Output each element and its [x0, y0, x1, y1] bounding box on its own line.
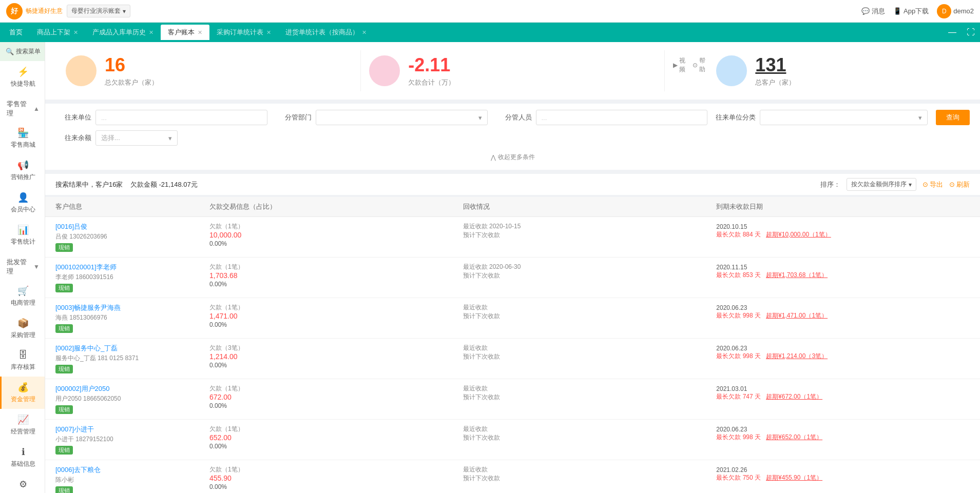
user-menu[interactable]: D demo2 — [937, 4, 974, 18]
overdue-amount-link[interactable]: 超期¥1,471.00（1笔） — [766, 312, 828, 319]
chevron-icon: ▼ — [33, 263, 40, 270]
export-button[interactable]: ⊙ 导出 — [923, 180, 943, 189]
debt-info-cell: 欠款（1笔） 10,000.00 0.00% — [209, 222, 463, 247]
collapse-button[interactable]: ⋀ 收起更多条件 — [491, 153, 535, 162]
tab-minimize-icon[interactable]: — — [945, 27, 959, 38]
overdue-amount-link[interactable]: 超期¥652.00（1笔） — [766, 433, 822, 441]
sidebar-item-inventory[interactable]: 🗄 库存核算 — [0, 345, 45, 377]
sidebar-item-operation[interactable]: 📈 经营管理 — [0, 409, 45, 441]
customer-name-link[interactable]: [000002]用户2050 — [55, 385, 110, 392]
help-icon: ⊙ — [693, 62, 698, 69]
overdue-amount-link[interactable]: 超期¥672.00（1笔） — [766, 393, 822, 400]
tab-controls: — ⛶ — [945, 27, 978, 38]
overdue-amount-link[interactable]: 超期¥1,703.68（1笔） — [766, 271, 828, 279]
debt-amount-icon — [369, 55, 400, 86]
from-unit-input[interactable]: ... — [95, 110, 267, 125]
customer-contact: 海燕 18513066976 — [55, 313, 209, 322]
tab-products[interactable]: 商品上下架 ✕ — [30, 25, 85, 40]
stat-card-total-customers: ▶ 视频 ⊙ 帮助 131 总 — [665, 50, 968, 91]
tab-purchase-stats[interactable]: 采购订单统计表 ✕ — [209, 25, 278, 40]
customer-contact: 李老师 18600391516 — [55, 273, 209, 282]
customer-contact: 小进干 18279152100 — [55, 435, 209, 444]
sidebar-item-ecommerce[interactable]: 🛒 电商管理 — [0, 280, 45, 312]
overdue-amount-link[interactable]: 超期¥10,000.00（1笔） — [766, 231, 831, 238]
col-overdue-date: 到期未收款日期 — [716, 202, 970, 211]
app-selector[interactable]: 母婴行业演示账套 ▾ — [67, 5, 130, 17]
customer-name-link[interactable]: [0003]畅捷服务尹海燕 — [55, 304, 121, 311]
customer-name-link[interactable]: [0001020001]李老师 — [55, 263, 117, 271]
purchase-icon: 📦 — [17, 318, 29, 329]
search-icon: 🔍 — [6, 48, 14, 55]
collapse-row: ⋀ 收起更多条件 — [55, 151, 970, 164]
customer-name-link[interactable]: [0016]吕俊 — [55, 223, 87, 230]
branch-person-input[interactable]: ... — [536, 110, 708, 125]
customer-contact: 陈小彬 — [55, 476, 209, 484]
branch-dept-select[interactable]: ▾ — [316, 110, 488, 125]
overdue-amount-link[interactable]: 超期¥1,214.00（3笔） — [766, 352, 828, 360]
total-customers-inner: 131 总客户（家） — [716, 54, 959, 87]
from-unit-balance-select[interactable]: 选择... ▾ — [95, 130, 178, 146]
basic-info-icon: ℹ — [22, 446, 25, 458]
chevron-down-icon: ▾ — [918, 114, 922, 122]
sidebar-item-purchase[interactable]: 📦 采购管理 — [0, 312, 45, 345]
total-customers-icon — [716, 55, 747, 86]
close-icon[interactable]: ✕ — [149, 29, 153, 36]
download-icon: 📱 — [893, 7, 901, 15]
stat-info-total-customers: 131 总客户（家） — [755, 54, 959, 87]
export-icon: ⊙ — [923, 181, 928, 188]
sidebar-item-retail-stats[interactable]: 📊 零售统计 — [0, 219, 45, 251]
sidebar-item-capital[interactable]: 💰 资金管理 — [0, 377, 45, 409]
sidebar-item-marketing[interactable]: 📢 营销推广 — [0, 154, 45, 187]
debt-customers-icon — [66, 55, 97, 86]
customer-name-link[interactable]: [0006]去下粮仓 — [55, 466, 101, 474]
tab-customer-account[interactable]: 客户账本 ✕ — [161, 25, 209, 40]
sidebar-item-retail-mall[interactable]: 🏪 零售商城 — [0, 122, 45, 154]
debt-customers-label: 总欠款客户（家） — [105, 78, 352, 87]
close-icon[interactable]: ✕ — [266, 29, 271, 36]
sidebar-item-batch-management[interactable]: 批发管理 ▼ — [0, 253, 45, 280]
sidebar-item-system[interactable]: ⚙ 系统管理 — [0, 474, 45, 493]
logo-icon: 好 — [6, 3, 23, 19]
sidebar-search[interactable]: 🔍 搜索菜单 — [0, 42, 45, 61]
overdue-amount-link[interactable]: 超期¥455.90（1笔） — [766, 474, 822, 481]
col-collection-status: 回收情况 — [463, 202, 717, 211]
overdue-cell: 2020.06.23 最长欠款 998 天 超期¥652.00（1笔） — [716, 425, 970, 442]
tab-maximize-icon[interactable]: ⛶ — [964, 27, 978, 38]
col-customer-info: 客户信息 — [55, 202, 209, 211]
sidebar-item-member[interactable]: 👤 会员中心 — [0, 187, 45, 219]
tab-bar: 首页 商品上下架 ✕ 产成品入库单历史 ✕ 客户账本 ✕ 采购订单统计表 ✕ 进… — [0, 23, 980, 42]
from-unit-category-select[interactable]: ▾ — [760, 110, 928, 125]
sidebar-item-basic-info[interactable]: ℹ 基础信息 — [0, 441, 45, 474]
chevron-down-icon: ▾ — [168, 134, 172, 142]
debt-amount-label: 欠款合计（万） — [408, 78, 656, 87]
tab-instock-stats[interactable]: 进货单统计表（按商品） ✕ — [278, 25, 374, 40]
close-icon[interactable]: ✕ — [198, 29, 202, 36]
close-icon[interactable]: ✕ — [362, 29, 367, 36]
customer-name-link[interactable]: [0007]小进干 — [55, 425, 94, 433]
sidebar-item-retail-management[interactable]: 零售管理 ▲ — [0, 95, 45, 122]
results-bar: 搜索结果中，客户16家 欠款金额 -21,148.07元 排序： 按欠款金额倒序… — [45, 174, 980, 195]
customer-info-cell: [0003]畅捷服务尹海燕 海燕 18513066976 现销 — [55, 303, 209, 333]
capital-icon: 💰 — [17, 382, 29, 393]
collection-cell: 最近收款 预计下次收款 — [463, 384, 717, 402]
customer-name-link[interactable]: [0002]服务中心_丁磊 — [55, 344, 118, 352]
inventory-icon: 🗄 — [18, 350, 28, 361]
content-area: 🔍 搜索菜单 ⚡ 快捷导航 零售管理 ▲ 🏪 零售商城 📢 营销推广 👤 — [0, 42, 980, 493]
help-link[interactable]: ⊙ 帮助 — [693, 56, 708, 74]
refresh-button[interactable]: ⊙ 刷新 — [949, 180, 970, 189]
refresh-icon: ⊙ — [949, 181, 955, 188]
overdue-cell: 2020.10.15 最长欠款 884 天 超期¥10,000.00（1笔） — [716, 222, 970, 239]
customer-badge: 现销 — [55, 243, 73, 252]
tab-production[interactable]: 产成品入库单历史 ✕ — [85, 25, 161, 40]
sidebar-quick-nav[interactable]: ⚡ 快捷导航 — [0, 61, 45, 93]
app-download-button[interactable]: 📱 App下载 — [893, 7, 929, 16]
top-right: 💬 消息 📱 App下载 D demo2 — [861, 4, 974, 18]
search-button[interactable]: 查询 — [936, 110, 970, 125]
message-button[interactable]: 💬 消息 — [861, 7, 885, 16]
tab-home[interactable]: 首页 — [2, 25, 30, 40]
video-link[interactable]: ▶ 视频 — [673, 56, 688, 74]
filter-branch-person: 分管人员 ... — [496, 110, 708, 125]
close-icon[interactable]: ✕ — [73, 29, 78, 36]
customer-contact: 用户2050 18665062050 — [55, 395, 209, 403]
sort-select[interactable]: 按欠款金额倒序排序 ▾ — [847, 178, 916, 191]
